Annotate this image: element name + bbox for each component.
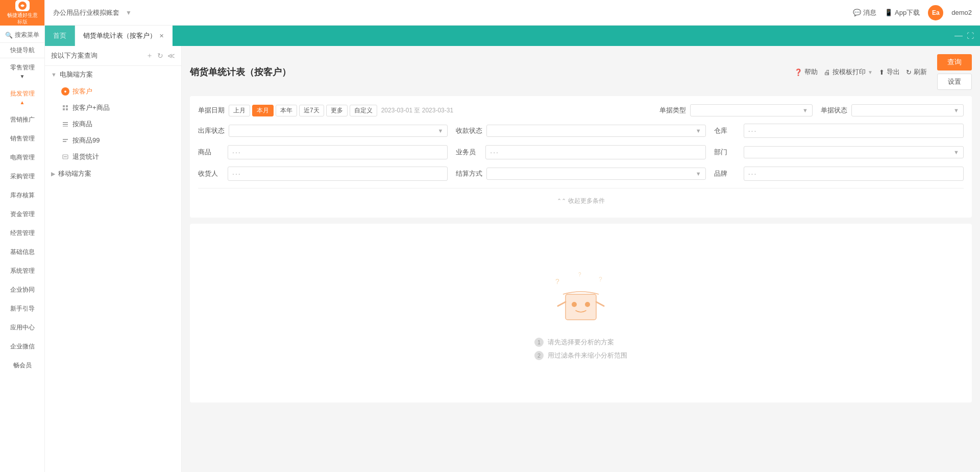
warehouse-dots: ··· <box>748 127 757 135</box>
user-name: demo2 <box>951 9 972 16</box>
salesperson-select[interactable]: ··· <box>485 145 705 159</box>
settlement-select[interactable]: ▼ <box>486 168 705 180</box>
scheme-item-by-customer[interactable]: ● 按客户 <box>45 83 181 100</box>
by-product-label: 按商品 <box>72 120 92 129</box>
topbar-dropdown-icon[interactable]: ▼ <box>126 9 132 16</box>
sidebar-item-wholesale[interactable]: 批发管理 ▲ <box>0 84 44 110</box>
tab-minimize-icon[interactable]: — <box>954 31 963 40</box>
svg-rect-4 <box>66 108 68 110</box>
scheme-add-icon[interactable]: ＋ <box>146 51 153 60</box>
help-button[interactable]: ❓ 帮助 <box>794 67 818 77</box>
export-button[interactable]: ⬆ 导出 <box>879 67 900 77</box>
brand-select[interactable]: ··· <box>744 167 964 181</box>
mobile-group-label: 移动端方案 <box>58 169 91 178</box>
sidebar-item-purchase[interactable]: 采购管理 <box>0 167 44 186</box>
finance-label: 资金管理 <box>10 210 35 219</box>
collection-select[interactable]: ▼ <box>486 125 705 137</box>
sidebar-item-operations[interactable]: 经营管理 <box>0 224 44 243</box>
filter-product-item: 商品 ··· <box>198 145 448 159</box>
template-print-button[interactable]: 🖨 按模板打印 ▼ <box>824 67 873 77</box>
last-month-btn[interactable]: 上月 <box>229 105 250 116</box>
department-chevron-icon: ▼ <box>953 149 959 155</box>
message-label: 消息 <box>863 8 876 17</box>
receiver-select[interactable]: ··· <box>228 167 448 181</box>
page-title: 销货单统计表（按客户） <box>190 66 291 78</box>
sidebar-item-retail[interactable]: 零售管理 ▼ <box>0 58 44 84</box>
settings-button[interactable]: 设置 <box>937 74 972 90</box>
query-button[interactable]: 查询 <box>937 54 972 70</box>
filter-settlement-item: 结算方式 ▼ <box>456 168 705 180</box>
scheme-header-label: 按以下方案查询 <box>51 51 97 60</box>
sidebar-logo[interactable]: 畅捷通好生意 标版 <box>0 0 44 26</box>
outstatus-label: 出库状态 <box>198 126 225 135</box>
scheme-item-return-stats[interactable]: 退货统计 <box>45 149 181 165</box>
by-customer-icon: ● <box>61 87 69 96</box>
this-month-btn[interactable]: 本月 <box>252 105 274 116</box>
empty-hint-list: 1 请先选择要分析的方案 2 用过滤条件来缩小分析范围 <box>534 338 627 360</box>
sidebar-item-finance[interactable]: 资金管理 <box>0 205 44 224</box>
doctype-select[interactable]: ▼ <box>690 104 813 116</box>
tab-home[interactable]: 首页 <box>45 26 75 46</box>
svg-text:?: ? <box>578 272 581 277</box>
sidebar-item-marketing[interactable]: 营销推广 <box>0 110 44 129</box>
sidebar-item-member[interactable]: 畅会员 <box>0 356 44 375</box>
tab-maximize-icon[interactable]: ⛶ <box>967 32 974 40</box>
message-button[interactable]: 💬 消息 <box>853 8 876 17</box>
docstatus-select[interactable]: ▼ <box>851 104 964 116</box>
outstatus-select[interactable]: ▼ <box>229 125 448 137</box>
search-icon: 🔍 <box>5 32 13 39</box>
last7-btn[interactable]: 近7天 <box>299 105 324 116</box>
this-year-btn[interactable]: 本年 <box>276 105 297 116</box>
mobile-group-header[interactable]: ▶ 移动端方案 <box>45 165 181 182</box>
tab-sales-stats[interactable]: 销货单统计表（按客户） ✕ <box>75 26 173 46</box>
scheme-item-product99[interactable]: 按商品99 <box>45 132 181 149</box>
settlement-label: 结算方式 <box>456 169 482 178</box>
warehouse-select[interactable]: ··· <box>744 124 964 138</box>
sidebar-item-inventory[interactable]: 库存核算 <box>0 186 44 205</box>
by-product-icon <box>61 120 69 128</box>
desktop-group-header[interactable]: ▼ 电脑端方案 <box>45 66 181 83</box>
custom-btn[interactable]: 自定义 <box>350 105 377 116</box>
tab-close-icon[interactable]: ✕ <box>159 33 164 39</box>
more-btn[interactable]: 更多 <box>326 105 348 116</box>
doctype-chevron-icon: ▼ <box>802 107 808 113</box>
sidebar-item-ecommerce[interactable]: 电商管理 <box>0 148 44 167</box>
hint-num-2: 2 <box>534 351 544 360</box>
basic-label: 基础信息 <box>10 248 35 256</box>
scheme-refresh-icon[interactable]: ↻ <box>157 52 163 60</box>
scheme-header-actions: ＋ ↻ ≪ <box>146 51 175 60</box>
sidebar-item-wechat[interactable]: 企业微信 <box>0 337 44 356</box>
empty-state: ? ? ? 1 请先选择要分析的方案 2 用过滤条件来缩小分析范围 <box>524 225 638 401</box>
inventory-label: 库存核算 <box>10 191 35 200</box>
sidebar-item-newbie[interactable]: 新手引导 <box>0 299 44 318</box>
mobile-group-expand-icon: ▶ <box>51 171 55 177</box>
sidebar-item-sales[interactable]: 销售管理 <box>0 129 44 148</box>
sidebar-item-appcenter[interactable]: 应用中心 <box>0 318 44 337</box>
hint-item-2: 2 用过滤条件来缩小分析范围 <box>534 351 627 360</box>
tabbar: 首页 销货单统计表（按客户） ✕ — ⛶ <box>45 26 980 46</box>
app-download-button[interactable]: 📱 App下载 <box>885 8 920 17</box>
scheme-collapse-icon[interactable]: ≪ <box>167 52 175 60</box>
scheme-item-customer-product[interactable]: 按客户+商品 <box>45 100 181 116</box>
hint-text-2: 用过滤条件来缩小分析范围 <box>548 351 627 360</box>
receiver-dots: ··· <box>232 170 241 178</box>
title-actions: ❓ 帮助 🖨 按模板打印 ▼ ⬆ 导出 ↻ 刷新 <box>794 54 972 90</box>
department-select[interactable]: ▼ <box>744 146 964 158</box>
sidebar-item-system[interactable]: 系统管理 <box>0 262 44 280</box>
hint-num-1: 1 <box>534 338 544 347</box>
sidebar-quick-nav[interactable]: 快捷导航 <box>0 43 44 58</box>
scheme-item-by-product[interactable]: 按商品 <box>45 116 181 132</box>
sidebar-item-cooperation[interactable]: 企业协同 <box>0 280 44 299</box>
date-filter-control: 上月 本月 本年 近7天 更多 自定义 2023-03-01 至 2023-03… <box>229 105 651 116</box>
sidebar-search[interactable]: 🔍 搜索菜单 <box>0 26 44 43</box>
collapse-button[interactable]: ⌃⌃ 收起更多条件 <box>553 193 609 209</box>
user-avatar[interactable]: Ea <box>928 5 943 20</box>
wechat-label: 企业微信 <box>10 342 35 351</box>
product-select[interactable]: ··· <box>228 145 448 159</box>
sidebar-item-basic[interactable]: 基础信息 <box>0 243 44 262</box>
filter-brand-item: 品牌 ··· <box>714 167 964 181</box>
sidebar-search-label: 搜索菜单 <box>15 31 39 39</box>
filter-row-2: 出库状态 ▼ 收款状态 ▼ 仓库 <box>198 124 964 138</box>
refresh-button[interactable]: ↻ 刷新 <box>906 67 927 77</box>
date-range-text: 2023-03-01 至 2023-03-31 <box>381 106 453 115</box>
